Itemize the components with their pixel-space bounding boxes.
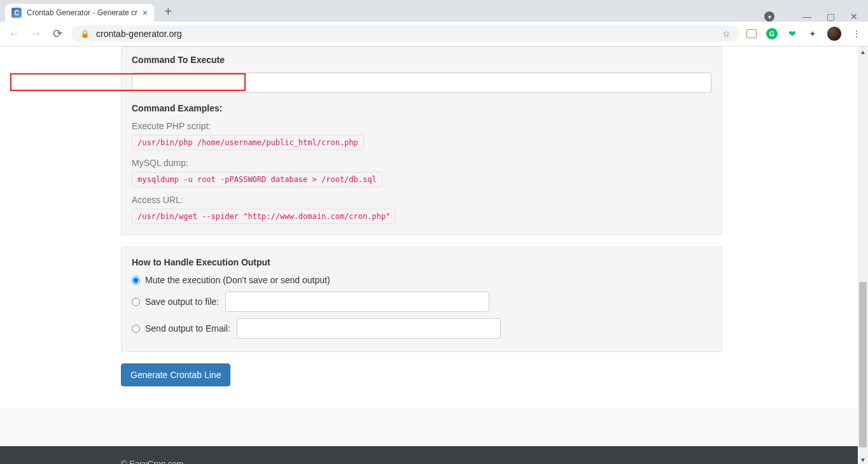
example-label-php: Execute PHP script:: [132, 121, 711, 131]
nav-forward-icon: →: [28, 26, 43, 41]
example-label-mysql: MySQL dump:: [132, 158, 711, 168]
radio-mute-label: Mute the execution (Don't save or send o…: [145, 275, 330, 285]
radio-row-mute: Mute the execution (Don't save or send o…: [132, 275, 711, 285]
command-block: Command To Execute Command Examples: Exe…: [121, 46, 722, 235]
scroll-down-icon[interactable]: ▼: [858, 454, 868, 464]
example-code-url: /usr/bin/wget --spider "http://www.domai…: [132, 209, 396, 224]
lock-icon: 🔒: [80, 29, 90, 38]
tab-favicon: C: [11, 8, 22, 18]
file-path-input[interactable]: [225, 292, 489, 312]
scroll-thumb[interactable]: [859, 282, 867, 447]
incognito-icon: ▾: [764, 11, 774, 22]
radio-file-label: Save output to file:: [145, 297, 219, 307]
bookmark-star-icon[interactable]: ☆: [722, 29, 731, 39]
generate-button[interactable]: Generate Crontab Line: [121, 363, 230, 386]
address-url: crontab-generator.org: [96, 29, 716, 39]
tab-title: Crontab Generator - Generate cr: [27, 8, 137, 17]
browser-chrome: C Crontab Generator - Generate cr × + ▾ …: [0, 0, 868, 46]
window-maximize-icon[interactable]: ▢: [827, 11, 835, 22]
email-input[interactable]: [237, 318, 501, 339]
scroll-up-icon[interactable]: ▲: [858, 46, 868, 57]
scrollbar[interactable]: ▲ ▼: [858, 46, 868, 464]
radio-row-email: Send output to Email:: [132, 318, 711, 339]
sub-footer: [0, 408, 868, 446]
tab-bar: C Crontab Generator - Generate cr × + ▾ …: [0, 0, 868, 22]
window-close-icon[interactable]: ✕: [850, 11, 858, 22]
address-bar[interactable]: 🔒 crontab-generator.org ☆: [71, 25, 739, 42]
radio-email-label: Send output to Email:: [145, 323, 230, 334]
reader-icon[interactable]: [746, 28, 757, 39]
extensions-icon[interactable]: ✦: [807, 28, 818, 39]
output-title: How to Handle Execution Output: [132, 257, 711, 267]
example-code-php: /usr/bin/php /home/username/public_html/…: [132, 135, 364, 150]
radio-email[interactable]: [132, 325, 140, 333]
radio-file[interactable]: [132, 298, 140, 306]
example-code-mysql: mysqldump -u root -pPASSWORD database > …: [132, 172, 382, 187]
browser-tab[interactable]: C Crontab Generator - Generate cr ×: [5, 4, 154, 22]
nav-back-icon[interactable]: ←: [6, 26, 22, 41]
window-minimize-icon[interactable]: —: [802, 11, 811, 22]
command-input[interactable]: [132, 73, 711, 93]
page-viewport: Command To Execute Command Examples: Exe…: [0, 46, 868, 464]
shield-icon[interactable]: ❤: [787, 28, 798, 39]
tab-close-icon[interactable]: ×: [143, 8, 148, 18]
command-title: Command To Execute: [132, 55, 711, 65]
examples-title: Command Examples:: [132, 103, 711, 113]
radio-mute[interactable]: [132, 276, 140, 285]
grammarly-icon[interactable]: G: [766, 28, 778, 39]
window-controls: ▾ — ▢ ✕: [764, 11, 868, 22]
output-block: How to Handle Execution Output Mute the …: [121, 246, 722, 352]
profile-avatar[interactable]: [827, 27, 841, 41]
menu-dots-icon[interactable]: ⋮: [850, 28, 862, 39]
address-row: ← → ⟳ 🔒 crontab-generator.org ☆ G ❤ ✦ ⋮: [0, 22, 868, 46]
new-tab-button[interactable]: +: [159, 3, 177, 20]
example-label-url: Access URL:: [132, 195, 711, 205]
toolbar-icons: G ❤ ✦ ⋮: [746, 27, 862, 41]
footer: © EasyCron.com: [0, 446, 868, 464]
footer-copyright: © EasyCron.com: [121, 459, 183, 464]
radio-row-file: Save output to file:: [132, 292, 711, 312]
nav-reload-icon[interactable]: ⟳: [50, 26, 65, 41]
